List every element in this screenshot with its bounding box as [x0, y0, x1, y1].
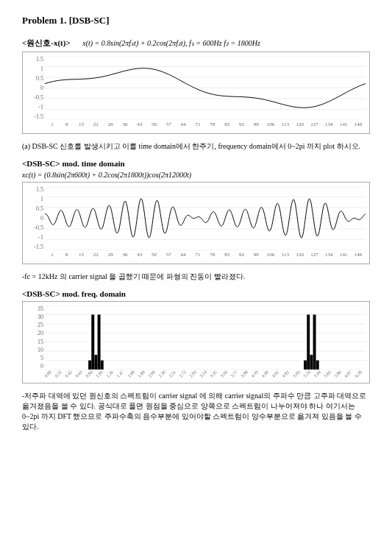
chart3-y-axis: 35302520151050: [24, 305, 43, 370]
chart1-y-axis: 1.510.50-0.5-1-1.5: [24, 56, 43, 120]
chart3-svg: [45, 305, 366, 370]
chart3-x-axis: 0.000.210.420.630.841.051.261.471.681.89…: [45, 371, 366, 381]
section2-header: <DSB-SC> mod. time domain: [22, 159, 370, 168]
section2-equation: xc(t) = (0.8sin(2π600t) + 0.2cos(2π1800t…: [22, 171, 370, 179]
problem-title: Problem 1. [DSB-SC]: [22, 15, 370, 26]
section1-header: <원신호-x(t)> x(t) = 0.8sin(2πf₁t) + 0.2cos…: [22, 38, 370, 49]
chart2-y-axis: 1.510.50-0.5-1-1.5: [24, 186, 43, 250]
chart2-x-axis: 1815222936435057647178859299106113120127…: [45, 252, 366, 262]
section1-equation: x(t) = 0.8sin(2πf₁t) + 0.2cos(2πf₂t), f₁…: [82, 39, 260, 47]
note2: -저주파 대역에 있던 원신호의 스펙트럼이 carrier signal 에 …: [22, 391, 370, 432]
chart-dsbsc-time: 1.510.50-0.5-1-1.5 181522293643505764717…: [22, 182, 370, 264]
note1: -fc = 12kHz 의 carrier signal 을 곱했기 때문에 파…: [22, 272, 370, 282]
section3-label: <DSB-SC> mod. freq. domain: [22, 289, 126, 298]
svg-rect-29: [313, 314, 316, 370]
svg-rect-24: [98, 314, 101, 370]
chart-dsbsc-freq: 35302520151050 0.000.210.420.630.841.051…: [22, 301, 370, 383]
svg-rect-28: [310, 355, 313, 370]
svg-rect-22: [91, 314, 94, 370]
chart1-svg: [45, 56, 366, 120]
svg-rect-23: [94, 355, 97, 370]
svg-rect-27: [307, 314, 310, 370]
chart2-svg: [45, 186, 366, 250]
chart1-x-axis: 1815222936435057647178859299106113120127…: [45, 121, 366, 132]
section2-label: <DSB-SC> mod. time domain: [22, 159, 125, 168]
chart-original-signal: 1.510.50-0.5-1-1.5 181522293643505764717…: [22, 52, 370, 134]
caption-a: (a) DSB-SC 신호를 발생시키고 이를 time domain에서 한주…: [22, 141, 370, 152]
section3-header: <DSB-SC> mod. freq. domain: [22, 289, 370, 298]
svg-rect-30: [304, 361, 307, 370]
section1-label: <원신호-x(t)>: [22, 38, 71, 47]
